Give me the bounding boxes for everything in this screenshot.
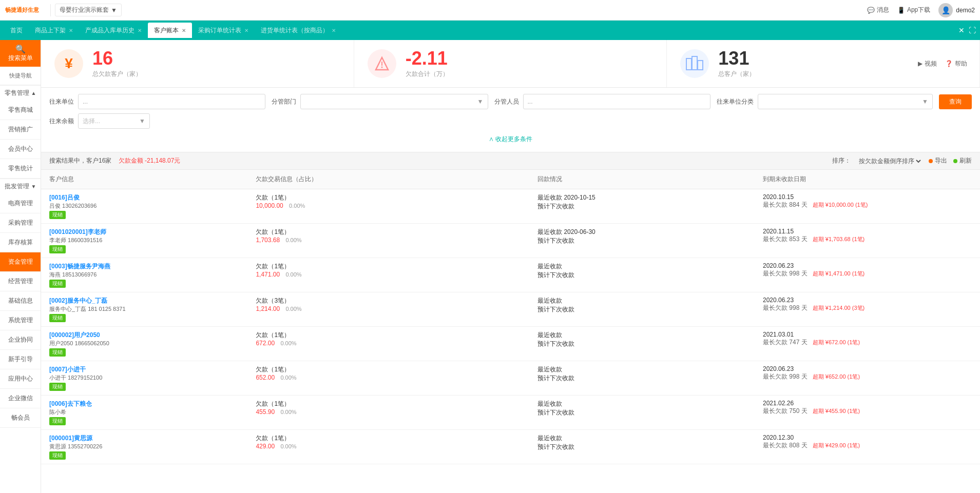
next-payment-4: 预计下次收款	[537, 340, 746, 348]
overdue-link-3[interactable]: 超期 ¥1,214.00 (3笔)	[813, 305, 865, 311]
user-menu[interactable]: 👤 demo2	[938, 3, 975, 17]
close-all-tabs-icon[interactable]: ✕	[958, 26, 965, 34]
customer-name-2[interactable]: [0003]畅捷服务尹海燕	[49, 262, 239, 271]
th-repayment: 回款情况	[529, 170, 755, 189]
unit-class-select[interactable]: ▼	[758, 94, 933, 109]
sidebar-item-member[interactable]: 会员中心	[0, 140, 41, 159]
table-row: [000002]用户2050 用户2050 18665062050 现销 欠款（…	[41, 327, 980, 361]
sidebar-item-enterprise[interactable]: 企业协同	[0, 330, 41, 350]
person-input[interactable]: ...	[523, 94, 710, 109]
next-payment-6: 预计下次收款	[537, 408, 746, 417]
cell-customer-info-5: [0007]小进干 小进干 18279152100 现销	[41, 361, 247, 396]
sidebar-item-wechat[interactable]: 企业微信	[0, 389, 41, 408]
customer-badge-2: 现销	[49, 280, 66, 288]
tab-close-product-offline[interactable]: ✕	[69, 28, 73, 33]
debt-amount-3: 1,214.00 0.00%	[256, 305, 521, 312]
sidebar-item-inventory[interactable]: 库存核算	[0, 233, 41, 252]
sidebar-item-ecommerce[interactable]: 电商管理	[0, 194, 41, 213]
cell-repayment-5: 最近收款 预计下次收款	[529, 361, 755, 396]
maximize-icon[interactable]: ⛶	[969, 26, 976, 34]
from-unit-label: 往来单位	[49, 97, 74, 106]
last-payment-3: 最近收款	[537, 297, 746, 305]
cell-due-date-3: 2020.06.23 最长欠款 998 天 超期 ¥1,214.00 (3笔)	[755, 292, 980, 327]
cell-repayment-6: 最近收款 预计下次收款	[529, 396, 755, 430]
cell-customer-info-6: [0006]去下粮仓 陈小希 现销	[41, 396, 247, 430]
due-date-2: 2020.06.23	[763, 262, 972, 269]
customer-name-0[interactable]: [0016]吕俊	[49, 193, 239, 202]
customer-phone-6: 陈小希	[49, 408, 239, 416]
sidebar-item-finance[interactable]: 资金管理	[0, 252, 41, 272]
refresh-button[interactable]: 刷新	[953, 156, 972, 165]
help-button[interactable]: ❓ 帮助	[945, 60, 967, 68]
customer-name-5[interactable]: [0007]小进干	[49, 365, 239, 374]
query-button[interactable]: 查询	[939, 94, 972, 109]
from-unit-input[interactable]: ...	[78, 94, 265, 109]
overdue-link-5[interactable]: 超期 ¥652.00 (1笔)	[813, 373, 860, 380]
tab-close-customer-account[interactable]: ✕	[182, 28, 186, 33]
debt-total-label: 欠款合计（万）	[406, 70, 655, 78]
customer-name-1[interactable]: [0001020001]李老师	[49, 228, 239, 236]
customer-name-6[interactable]: [0006]去下粮仓	[49, 400, 239, 408]
debt-amount-2: 1,471.00 0.00%	[256, 271, 521, 278]
sidebar-item-purchase-mgmt[interactable]: 采购管理	[0, 213, 41, 233]
debt-count-6: 欠款（1笔）	[256, 400, 521, 408]
overdue-link-7[interactable]: 超期 ¥429.00 (1笔)	[813, 442, 860, 448]
cell-repayment-0: 最近收款 2020-10-15 预计下次收款	[529, 189, 755, 224]
tab-close-purchase-product-stat[interactable]: ✕	[332, 28, 336, 33]
overdue-info-5: 最长欠款 998 天 超期 ¥652.00 (1笔)	[763, 372, 972, 381]
message-button[interactable]: 💬 消息	[867, 6, 889, 14]
video-button[interactable]: ▶ 视频	[918, 60, 937, 68]
sort-select[interactable]: 按欠款金额倒序排序	[857, 157, 923, 165]
tab-home[interactable]: 首页	[4, 23, 29, 38]
sidebar-item-app-center[interactable]: 应用中心	[0, 369, 41, 389]
customer-name-7[interactable]: [000001]黄思源	[49, 434, 239, 443]
tab-produce-history[interactable]: 产成品入库单历史 ✕	[79, 23, 148, 38]
overdue-link-6[interactable]: 超期 ¥455.90 (1笔)	[813, 408, 860, 414]
dept-select[interactable]: ▼	[300, 94, 488, 109]
tab-close-produce-history[interactable]: ✕	[138, 28, 142, 33]
tab-product-offline[interactable]: 商品上下架 ✕	[29, 23, 79, 38]
collapse-button[interactable]: ∧ 收起更多条件	[49, 133, 972, 146]
store-selector[interactable]: 母婴行业演示账套 ▼	[55, 4, 122, 16]
customer-name-4[interactable]: [000002]用户2050	[49, 331, 239, 340]
filter-person: 分管人员 ...	[494, 94, 710, 109]
sidebar-item-marketing[interactable]: 营销推广	[0, 120, 41, 140]
content-area: ¥ 16 总欠款客户（家） -2.11 欠款合计（万）	[41, 40, 980, 493]
sidebar-item-operation[interactable]: 经营管理	[0, 272, 41, 291]
sidebar-item-retail-mgmt[interactable]: 零售管理 ▲	[0, 86, 41, 101]
tab-customer-account[interactable]: 客户账本 ✕	[148, 23, 192, 38]
sidebar-item-vip[interactable]: 畅会员	[0, 408, 41, 428]
app-download-button[interactable]: 📱 App下载	[897, 6, 930, 14]
customer-badge-4: 现销	[49, 348, 66, 357]
customer-name-3[interactable]: [0002]服务中心_丁磊	[49, 297, 239, 305]
cell-due-date-7: 2020.12.30 最长欠款 808 天 超期 ¥429.00 (1笔)	[755, 430, 980, 464]
tab-purchase-stat[interactable]: 采购订单统计表 ✕	[192, 23, 255, 38]
sidebar-item-batch-mgmt[interactable]: 批发管理 ▼	[0, 179, 41, 194]
tab-close-purchase-stat[interactable]: ✕	[244, 28, 248, 33]
sidebar-item-system[interactable]: 系统管理	[0, 311, 41, 330]
debt-count-3: 欠款（3笔）	[256, 297, 521, 305]
overdue-link-0[interactable]: 超期 ¥10,000.00 (1笔)	[813, 202, 868, 208]
debt-count-2: 欠款（1笔）	[256, 262, 521, 271]
export-button[interactable]: 导出	[929, 156, 947, 165]
overdue-link-1[interactable]: 超期 ¥1,703.68 (1笔)	[813, 236, 865, 242]
debt-count-1: 欠款（1笔）	[256, 228, 521, 236]
debt-total-icon	[367, 48, 397, 79]
table-actions: 排序： 按欠款金额倒序排序 导出 刷新	[832, 156, 972, 165]
cell-debt-info-3: 欠款（3笔） 1,214.00 0.00%	[247, 292, 529, 327]
overdue-link-4[interactable]: 超期 ¥672.00 (1笔)	[813, 339, 860, 345]
sidebar-item-basic-info[interactable]: 基础信息	[0, 291, 41, 311]
overdue-link-2[interactable]: 超期 ¥1,471.00 (1笔)	[813, 270, 865, 277]
table-search-result: 搜索结果中，客户16家 欠款金额 -21,148.07元	[49, 156, 180, 165]
balance-select[interactable]: 选择... ▼	[78, 113, 150, 129]
customer-badge-5: 现销	[49, 383, 66, 391]
debt-amount-0: 10,000.00 0.00%	[256, 202, 521, 209]
tab-purchase-product-stat[interactable]: 进货单统计表（按商品） ✕	[255, 23, 342, 38]
sidebar-search[interactable]: 🔍 搜索菜单	[0, 40, 41, 67]
sidebar-item-retail-store[interactable]: 零售商城	[0, 101, 41, 120]
cell-debt-info-1: 欠款（1笔） 1,703.68 0.00%	[247, 224, 529, 258]
sidebar-item-retail-stat[interactable]: 零售统计	[0, 159, 41, 179]
sidebar-item-newbie[interactable]: 新手引导	[0, 350, 41, 369]
cell-customer-info-7: [000001]黄思源 黄思源 13552700226 现销	[41, 430, 247, 464]
cell-debt-info-4: 欠款（1笔） 672.00 0.00%	[247, 327, 529, 361]
